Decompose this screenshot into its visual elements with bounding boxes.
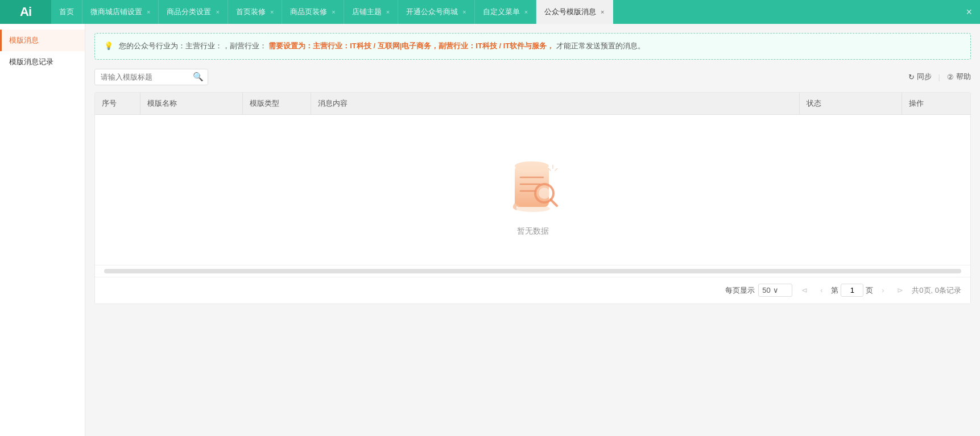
nav-tab-product-decor[interactable]: 商品页装修×: [282, 0, 344, 24]
svg-line-9: [551, 200, 557, 206]
page-navigation: ⊲ ‹ 第 页 › ⊳: [797, 283, 907, 298]
page-number-input[interactable]: [841, 284, 863, 297]
table-header-消息内容: 消息内容: [311, 93, 800, 114]
chevron-down-icon: ∨: [773, 286, 779, 294]
empty-illustration: [499, 149, 567, 217]
svg-point-6: [515, 161, 549, 171]
table-header-模版名称: 模版名称: [140, 93, 243, 114]
page-size-selector: 每页显示 50 ∨: [725, 284, 792, 297]
notice-text-prefix: 您的公众号行业为：主营行业：，副营行业：: [119, 41, 267, 50]
tab-label-shop-theme: 店铺主题: [352, 7, 382, 17]
table-header: 序号模版名称模版类型消息内容状态操作: [95, 93, 970, 115]
total-count: 共0页, 0条记录: [912, 285, 961, 296]
tab-label-template-msg: 公众号模版消息: [544, 7, 596, 17]
tab-label-category-settings: 商品分类设置: [167, 7, 211, 17]
table-header-模版类型: 模版类型: [243, 93, 311, 114]
tab-close-shop-theme[interactable]: ×: [386, 9, 390, 15]
horizontal-scrollbar[interactable]: [104, 269, 961, 273]
sidebar: 模版消息模版消息记录: [0, 24, 85, 436]
nav-tab-shop-settings[interactable]: 微商城店铺设置×: [82, 0, 159, 24]
tab-close-category-settings[interactable]: ×: [216, 9, 219, 15]
notice-text-suffix: 才能正常发送预置的消息。: [556, 41, 645, 50]
search-input-wrap: 🔍: [94, 69, 208, 85]
tab-label-shop-settings: 微商城店铺设置: [90, 7, 142, 17]
first-page-button[interactable]: ⊲: [797, 283, 812, 298]
page-unit: 页: [866, 285, 873, 296]
notice-box: 💡 您的公众号行业为：主营行业：，副营行业： 需要设置为：主营行业：IT科技 /…: [94, 33, 971, 60]
help-label: 帮助: [956, 72, 971, 82]
sidebar-item-template-msg-records[interactable]: 模版消息记录: [0, 51, 85, 73]
tab-close-shop-settings[interactable]: ×: [147, 9, 150, 15]
content-area: 💡 您的公众号行业为：主营行业：，副营行业： 需要设置为：主营行业：IT科技 /…: [85, 24, 980, 436]
table-header-操作: 操作: [902, 93, 970, 114]
svg-rect-2: [515, 166, 549, 207]
scroll-bar-area: [95, 265, 970, 277]
tab-close-home-decor[interactable]: ×: [270, 9, 274, 15]
table-header-序号: 序号: [95, 93, 140, 114]
nav-tab-custom-menu[interactable]: 自定义菜单×: [475, 0, 536, 24]
table-header-状态: 状态: [800, 93, 902, 114]
tab-close-product-decor[interactable]: ×: [332, 9, 335, 15]
next-page-button[interactable]: ›: [875, 283, 890, 298]
pagination: 每页显示 50 ∨ ⊲ ‹ 第 页 › ⊳ 共0页, 0条记录: [95, 277, 970, 304]
divider: |: [938, 73, 940, 81]
search-button[interactable]: 🔍: [193, 72, 204, 82]
close-all-button[interactable]: ×: [958, 6, 980, 18]
search-bar: 🔍 ↻ 同步 | ② 帮助: [94, 69, 971, 85]
nav-tab-home[interactable]: 首页: [51, 0, 82, 24]
tab-label-home: 首页: [59, 7, 74, 17]
help-icon: ②: [947, 73, 954, 81]
search-input[interactable]: [94, 69, 208, 85]
nav-tab-template-msg[interactable]: 公众号模版消息×: [536, 0, 613, 24]
help-button[interactable]: ② 帮助: [947, 72, 971, 82]
search-left: 🔍: [94, 69, 208, 85]
top-nav: Ai 首页微商城店铺设置×商品分类设置×首页装修×商品页装修×店铺主题×开通公众…: [0, 0, 980, 24]
empty-text: 暂无数据: [517, 226, 549, 236]
tab-label-custom-menu: 自定义菜单: [483, 7, 520, 17]
sync-label: 同步: [917, 72, 932, 82]
nav-tabs: 首页微商城店铺设置×商品分类设置×首页装修×商品页装修×店铺主题×开通公众号商城…: [51, 0, 958, 24]
sync-icon: ↻: [908, 73, 915, 81]
tab-close-open-wechat-shop[interactable]: ×: [462, 9, 466, 15]
page-size-dropdown[interactable]: 50 ∨: [758, 284, 792, 297]
empty-state: 暂无数据: [95, 115, 970, 265]
last-page-button[interactable]: ⊳: [892, 283, 907, 298]
tab-label-home-decor: 首页装修: [236, 7, 266, 17]
svg-line-12: [555, 168, 557, 171]
tab-label-open-wechat-shop: 开通公众号商城: [406, 7, 458, 17]
tab-close-custom-menu[interactable]: ×: [524, 9, 528, 15]
prev-page-button[interactable]: ‹: [814, 283, 829, 298]
data-table: 序号模版名称模版类型消息内容状态操作: [94, 92, 971, 304]
page-size-value: 50: [762, 286, 770, 294]
notice-text-highlight: 需要设置为：主营行业：IT科技 / 互联网|电子商务，副营行业：IT科技 / I…: [268, 41, 554, 50]
nav-tab-open-wechat-shop[interactable]: 开通公众号商城×: [398, 0, 474, 24]
nav-tab-shop-theme[interactable]: 店铺主题×: [344, 0, 398, 24]
tab-close-template-msg[interactable]: ×: [601, 9, 604, 15]
nav-tab-home-decor[interactable]: 首页装修×: [228, 0, 282, 24]
notice-icon: 💡: [104, 41, 113, 50]
tab-label-product-decor: 商品页装修: [290, 7, 327, 17]
sidebar-item-template-msg[interactable]: 模版消息: [0, 30, 85, 51]
app-logo: Ai: [0, 0, 51, 24]
page-label: 第: [831, 285, 838, 296]
search-right: ↻ 同步 | ② 帮助: [908, 72, 971, 82]
main-layout: 模版消息模版消息记录 💡 您的公众号行业为：主营行业：，副营行业： 需要设置为：…: [0, 24, 980, 436]
svg-point-8: [539, 188, 550, 199]
sync-button[interactable]: ↻ 同步: [908, 72, 932, 82]
page-size-label: 每页显示: [725, 285, 755, 296]
nav-tab-category-settings[interactable]: 商品分类设置×: [159, 0, 228, 24]
